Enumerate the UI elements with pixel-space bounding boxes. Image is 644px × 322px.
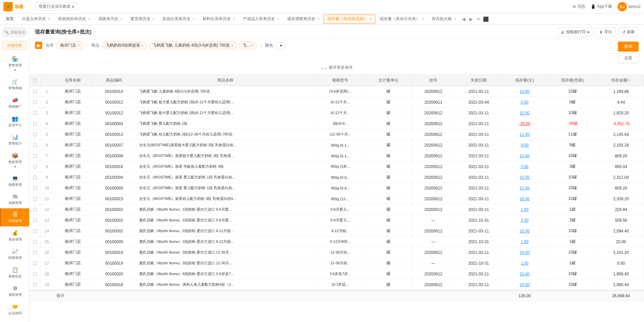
row-checkbox[interactable]: ☐ bbox=[33, 132, 37, 137]
td-stock-main[interactable]: 10.00 bbox=[502, 194, 547, 204]
tab-close-icon[interactable]: × bbox=[317, 17, 319, 21]
tab-product-in[interactable]: 产成品入库单历史 × bbox=[239, 14, 283, 24]
td-stock-main[interactable]: 10.00 bbox=[502, 226, 547, 236]
color-filter-dropdown[interactable]: ▾ bbox=[276, 42, 285, 49]
td-checkbox[interactable]: ☐ bbox=[30, 183, 41, 194]
row-checkbox[interactable]: ☐ bbox=[33, 100, 37, 105]
sidebar-item-marketing[interactable]: 📣 营销推广 bbox=[0, 94, 29, 112]
td-checkbox[interactable]: ☐ bbox=[30, 194, 41, 204]
app-download-btn[interactable]: 📱 App下载 bbox=[591, 4, 612, 9]
td-checkbox[interactable]: ☐ bbox=[30, 279, 41, 290]
row-checkbox[interactable]: ☐ bbox=[33, 164, 37, 169]
tab-next-btn[interactable]: ▶ bbox=[468, 16, 474, 22]
export-btn[interactable]: ⬇ 导出 bbox=[596, 28, 616, 37]
sidebar-item-retail-stats[interactable]: 📊 零售统计 bbox=[0, 130, 29, 149]
tab-cost-adjust[interactable]: 成本调整单历史 × bbox=[283, 14, 323, 24]
tab-close-icon[interactable]: × bbox=[88, 17, 90, 21]
td-checkbox[interactable]: ☐ bbox=[30, 97, 41, 108]
td-checkbox[interactable]: ☐ bbox=[30, 140, 41, 151]
row-checkbox[interactable]: ☐ bbox=[33, 218, 37, 223]
tab-close-icon[interactable]: × bbox=[153, 17, 155, 21]
td-checkbox[interactable]: ☐ bbox=[30, 204, 41, 215]
row-checkbox[interactable]: ☐ bbox=[33, 239, 37, 245]
td-stock-main[interactable]: 0.00 bbox=[502, 97, 547, 108]
td-stock-main[interactable]: 10.00 bbox=[502, 269, 547, 279]
tab-expand-btn[interactable]: ⬛ bbox=[482, 16, 489, 22]
template-print-btn[interactable]: 🖨 按模板打印 ▾ bbox=[557, 28, 593, 37]
sidebar-item-system[interactable]: ⚙ 系统管理 bbox=[0, 282, 29, 300]
tab-request[interactable]: 要货单历史 × bbox=[127, 14, 158, 24]
sidebar-item-enterprise[interactable]: 🤝 企业协同 bbox=[0, 300, 29, 319]
row-checkbox[interactable]: ☐ bbox=[33, 228, 37, 234]
search-menu-btn[interactable]: 🔍 搜索英单 bbox=[2, 28, 27, 37]
td-stock-main[interactable]: 10.00 bbox=[502, 172, 547, 183]
row-checkbox[interactable]: ☐ bbox=[33, 110, 37, 116]
refresh-btn[interactable]: ↺ 刷新 bbox=[619, 28, 639, 37]
tab-home[interactable]: 首页 bbox=[2, 14, 17, 24]
row-checkbox[interactable]: ☐ bbox=[33, 121, 37, 126]
td-checkbox[interactable]: ☐ bbox=[30, 129, 41, 140]
td-checkbox[interactable]: ☐ bbox=[30, 215, 41, 226]
td-stock-main[interactable]: 11.00 bbox=[502, 129, 547, 140]
tab-close-icon[interactable]: × bbox=[422, 17, 424, 21]
td-stock-main[interactable]: 10.00 bbox=[502, 279, 547, 290]
tab-close-icon[interactable]: × bbox=[48, 17, 50, 21]
td-stock-main[interactable]: 10.00 bbox=[502, 151, 547, 161]
row-checkbox[interactable]: ☐ bbox=[33, 185, 37, 191]
sidebar-item-purchase[interactable]: 🛍 采购管理 bbox=[0, 190, 29, 208]
td-checkbox[interactable]: ☐ bbox=[30, 118, 41, 129]
tab-stock-dist[interactable]: 现存量（库存分布表） × bbox=[376, 14, 428, 24]
td-stock-main[interactable]: 1.00 bbox=[502, 258, 547, 269]
row-checkbox[interactable]: ☐ bbox=[33, 175, 37, 180]
query-btn[interactable]: 查询 bbox=[618, 42, 639, 52]
tab-close-icon[interactable]: × bbox=[370, 17, 372, 21]
sidebar-item-basic[interactable]: 📋 基础信息 bbox=[0, 263, 29, 282]
sidebar-item-guide[interactable]: 🎯 新手引导 bbox=[0, 319, 29, 322]
balance-info-icon[interactable]: ① bbox=[627, 78, 631, 82]
td-checkbox[interactable]: ☐ bbox=[30, 247, 41, 258]
td-checkbox[interactable]: ☐ bbox=[30, 258, 41, 269]
row-checkbox[interactable]: ☐ bbox=[33, 207, 37, 212]
td-stock-main[interactable]: 1.00 bbox=[502, 204, 547, 215]
tab-disassemble[interactable]: 组装拆卸单历史 × bbox=[54, 14, 94, 24]
user-area[interactable]: Ea demo2 bbox=[618, 2, 641, 11]
row-checkbox[interactable]: ☐ bbox=[33, 153, 37, 159]
sidebar-item-retail-mall[interactable]: 🛒 零售商城 bbox=[0, 75, 29, 94]
product-tag-1-close[interactable]: × bbox=[142, 44, 144, 47]
tab-stock-status[interactable]: 现存量（库存状况表） × bbox=[324, 14, 375, 24]
tab-close-icon[interactable]: × bbox=[193, 17, 195, 21]
td-checkbox[interactable]: ☐ bbox=[30, 172, 41, 183]
td-checkbox[interactable]: ☐ bbox=[30, 226, 41, 236]
tab-other-out[interactable]: 其他出库单历史 × bbox=[159, 14, 198, 24]
td-stock-main[interactable]: 1.00 bbox=[502, 236, 547, 247]
select-all-checkbox[interactable]: ☐ bbox=[33, 78, 37, 83]
tab-close-icon[interactable]: × bbox=[120, 17, 122, 21]
td-stock-main[interactable]: 10.00 bbox=[502, 86, 547, 97]
td-stock-main[interactable]: 3.00 bbox=[502, 161, 547, 172]
td-checkbox[interactable]: ☐ bbox=[30, 269, 41, 279]
tab-close-icon[interactable]: × bbox=[233, 17, 235, 21]
td-stock-main[interactable]: 10.00 bbox=[502, 108, 547, 118]
sidebar-item-member[interactable]: 👥 会员中心 bbox=[0, 112, 29, 130]
row-checkbox[interactable]: ☐ bbox=[33, 282, 37, 287]
sidebar-item-finance[interactable]: 💰 资金管理 bbox=[0, 226, 29, 245]
row-checkbox[interactable]: ☐ bbox=[33, 196, 37, 202]
row-checkbox[interactable]: ☐ bbox=[33, 89, 37, 94]
tab-batch[interactable]: 库存批次账 × bbox=[428, 14, 460, 24]
td-checkbox[interactable]: ☐ bbox=[30, 161, 41, 172]
tab-material-out[interactable]: 材料出库单历史 × bbox=[199, 14, 238, 24]
workspace-select[interactable]: 母婴行业演示账套 ▾ bbox=[36, 3, 77, 10]
setting-btn[interactable]: 设置 bbox=[618, 53, 639, 63]
warehouse-tag-close[interactable]: × bbox=[77, 44, 79, 47]
sidebar-item-ops[interactable]: 📈 经营管理 bbox=[0, 245, 29, 263]
row-checkbox[interactable]: ☐ bbox=[33, 250, 37, 255]
sidebar-item-inventory[interactable]: 🗄 库存核算 bbox=[0, 208, 29, 226]
td-stock-main[interactable]: -39.00 bbox=[502, 118, 547, 129]
row-checkbox[interactable]: ☐ bbox=[33, 143, 37, 148]
sidebar-item-batch-mgmt[interactable]: 📦 批发管理 ▼ bbox=[0, 149, 29, 172]
td-checkbox[interactable]: ☐ bbox=[30, 151, 41, 161]
td-checkbox[interactable]: ☐ bbox=[30, 86, 41, 97]
quick-nav-btn[interactable]: 快捷导航 bbox=[2, 41, 27, 50]
messages-btn[interactable]: ✉ 消息 bbox=[573, 4, 585, 9]
tab-close-icon[interactable]: × bbox=[454, 17, 456, 21]
